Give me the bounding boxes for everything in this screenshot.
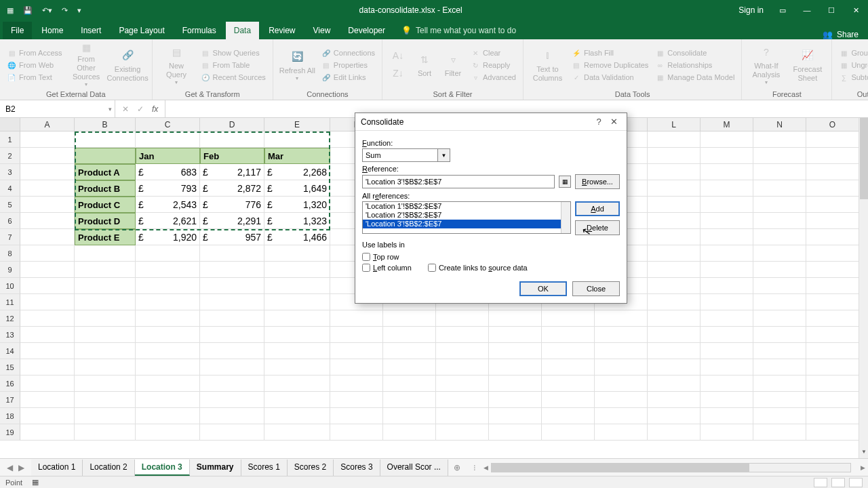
cell-M1[interactable] bbox=[701, 131, 753, 148]
cell-O10[interactable] bbox=[806, 278, 859, 294]
sheet-tab-summary[interactable]: Summary bbox=[190, 460, 241, 476]
cell-N11[interactable] bbox=[753, 294, 806, 310]
reference-item-2[interactable]: 'Location 3'!$B$2:$E$7 bbox=[363, 220, 570, 228]
cell-O6[interactable] bbox=[806, 213, 859, 229]
from-access-button[interactable]: ▤From Access bbox=[5, 47, 64, 58]
reapply-button[interactable]: ↻Reapply bbox=[469, 60, 517, 70]
maximize-button[interactable]: ☐ bbox=[826, 6, 837, 15]
cell-A11[interactable] bbox=[20, 294, 75, 310]
cell-J18[interactable] bbox=[542, 408, 595, 424]
column-header-A[interactable]: A bbox=[20, 118, 75, 131]
row-header-12[interactable]: 12 bbox=[0, 310, 20, 327]
cell-B7[interactable]: Product E bbox=[75, 229, 136, 245]
cell-D15[interactable] bbox=[200, 359, 264, 375]
vscroll-thumb[interactable] bbox=[860, 118, 868, 199]
cell-K13[interactable] bbox=[595, 327, 648, 343]
dialog-help-button[interactable]: ? bbox=[591, 117, 606, 127]
cell-M8[interactable] bbox=[701, 245, 753, 262]
cell-H15[interactable] bbox=[436, 359, 489, 375]
reference-item-0[interactable]: 'Location 1'!$B$2:$E$7 bbox=[363, 202, 570, 211]
new-query-button[interactable]: ▤New Query▾ bbox=[158, 42, 195, 88]
cell-H19[interactable] bbox=[436, 424, 489, 441]
vertical-scrollbar[interactable]: ▲ ▼ bbox=[859, 118, 868, 458]
cell-M13[interactable] bbox=[701, 327, 753, 343]
sign-in-link[interactable]: Sign in bbox=[738, 5, 764, 15]
row-header-6[interactable]: 6 bbox=[0, 213, 20, 229]
cell-E9[interactable] bbox=[264, 262, 330, 278]
browse-button[interactable]: Browse... bbox=[575, 174, 620, 189]
tab-review[interactable]: Review bbox=[260, 22, 303, 39]
row-header-18[interactable]: 18 bbox=[0, 408, 20, 424]
cell-M12[interactable] bbox=[701, 310, 753, 327]
cell-D2[interactable]: Feb bbox=[200, 148, 264, 164]
cell-F13[interactable] bbox=[330, 327, 383, 343]
cell-N3[interactable] bbox=[753, 164, 806, 180]
sheet-tab-scores-1[interactable]: Scores 1 bbox=[241, 460, 288, 476]
cell-O14[interactable] bbox=[806, 343, 859, 359]
tab-view[interactable]: View bbox=[305, 22, 339, 39]
row-header-19[interactable]: 19 bbox=[0, 424, 20, 441]
cell-L14[interactable] bbox=[648, 343, 701, 359]
cell-D3[interactable]: £2,117 bbox=[200, 164, 264, 180]
cell-A15[interactable] bbox=[20, 359, 75, 375]
recent-sources-button[interactable]: 🕘Recent Sources bbox=[199, 72, 267, 83]
cell-B13[interactable] bbox=[75, 327, 136, 343]
cell-E7[interactable]: £1,466 bbox=[264, 229, 330, 245]
cell-E10[interactable] bbox=[264, 278, 330, 294]
row-header-16[interactable]: 16 bbox=[0, 375, 20, 392]
sort-az-button[interactable]: A↓Z↓ bbox=[388, 42, 408, 88]
cell-M15[interactable] bbox=[701, 359, 753, 375]
text-to-columns-button[interactable]: ⫿Text to Columns bbox=[529, 42, 566, 88]
flash-fill-button[interactable]: ⚡Flash Fill bbox=[570, 47, 650, 58]
cell-N12[interactable] bbox=[753, 310, 806, 327]
horizontal-scrollbar[interactable] bbox=[491, 463, 851, 472]
cell-A16[interactable] bbox=[20, 375, 75, 392]
row-header-13[interactable]: 13 bbox=[0, 327, 20, 343]
cell-N6[interactable] bbox=[753, 213, 806, 229]
cell-A8[interactable] bbox=[20, 245, 75, 262]
remove-duplicates-button[interactable]: ▤Remove Duplicates bbox=[570, 60, 650, 70]
cell-L16[interactable] bbox=[648, 375, 701, 392]
cell-O8[interactable] bbox=[806, 245, 859, 262]
cell-O7[interactable] bbox=[806, 229, 859, 245]
row-header-17[interactable]: 17 bbox=[0, 392, 20, 408]
cell-N14[interactable] bbox=[753, 343, 806, 359]
cell-K19[interactable] bbox=[595, 424, 648, 441]
cell-N17[interactable] bbox=[753, 392, 806, 408]
sheet-nav-prev-icon[interactable]: ◀ bbox=[7, 463, 13, 472]
cell-C4[interactable]: £793 bbox=[136, 180, 200, 197]
cell-C10[interactable] bbox=[136, 278, 200, 294]
cell-M11[interactable] bbox=[701, 294, 753, 310]
cell-O15[interactable] bbox=[806, 359, 859, 375]
cell-D5[interactable]: £776 bbox=[200, 197, 264, 213]
cell-M9[interactable] bbox=[701, 262, 753, 278]
existing-connections-button[interactable]: 🔗Existing Connections bbox=[109, 42, 146, 88]
cell-F16[interactable] bbox=[330, 375, 383, 392]
cell-M16[interactable] bbox=[701, 375, 753, 392]
cell-M10[interactable] bbox=[701, 278, 753, 294]
top-row-input[interactable] bbox=[362, 253, 370, 261]
tab-page-layout[interactable]: Page Layout bbox=[111, 22, 172, 39]
cell-E1[interactable] bbox=[264, 131, 330, 148]
all-references-listbox[interactable]: 'Location 1'!$B$2:$E$7'Location 2'!$B$2:… bbox=[362, 201, 571, 234]
cell-D9[interactable] bbox=[200, 262, 264, 278]
cell-M2[interactable] bbox=[701, 148, 753, 164]
column-header-L[interactable]: L bbox=[648, 118, 701, 131]
hscroll-thumb[interactable] bbox=[492, 464, 749, 472]
cell-E18[interactable] bbox=[264, 408, 330, 424]
cell-E5[interactable]: £1,320 bbox=[264, 197, 330, 213]
cell-K12[interactable] bbox=[595, 310, 648, 327]
cell-O4[interactable] bbox=[806, 180, 859, 197]
relationships-button[interactable]: ∞Relationships bbox=[654, 60, 736, 70]
cell-O3[interactable] bbox=[806, 164, 859, 180]
refresh-all-button[interactable]: 🔄Refresh All▾ bbox=[279, 42, 316, 88]
cell-B6[interactable]: Product D bbox=[75, 213, 136, 229]
properties-button[interactable]: ▤Properties bbox=[320, 60, 376, 70]
cell-O5[interactable] bbox=[806, 197, 859, 213]
cell-O2[interactable] bbox=[806, 148, 859, 164]
cell-H13[interactable] bbox=[436, 327, 489, 343]
cell-D17[interactable] bbox=[200, 392, 264, 408]
row-header-11[interactable]: 11 bbox=[0, 294, 20, 310]
row-header-4[interactable]: 4 bbox=[0, 180, 20, 197]
cell-K18[interactable] bbox=[595, 408, 648, 424]
